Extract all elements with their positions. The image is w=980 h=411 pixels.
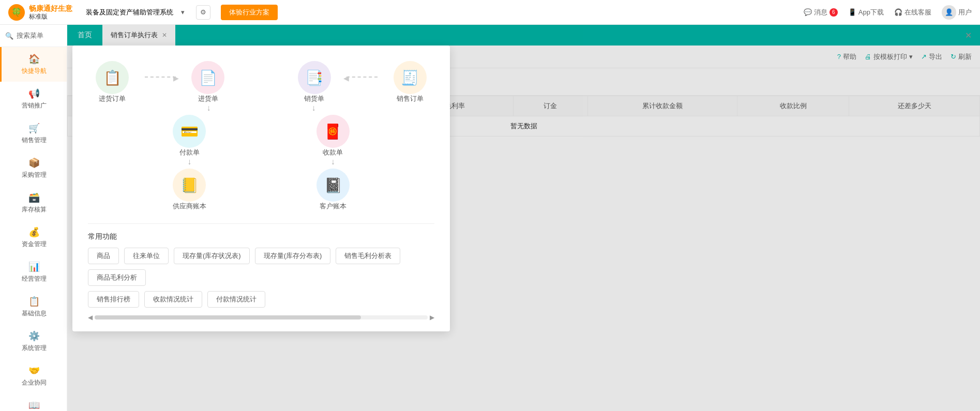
purchase-bill-label: 进货单	[198, 94, 218, 103]
inventory-icon: 🗃️	[28, 192, 40, 203]
sales-bill-label: 销货单	[304, 94, 324, 103]
flow-down-arrows-2: ↓ ↓	[88, 157, 434, 166]
sidebar-item-marketing[interactable]: 📢 营销推广	[0, 82, 67, 116]
cf-btn-payment-stats[interactable]: 付款情况统计	[207, 291, 265, 308]
sidebar-item-sales[interactable]: 🛒 销售管理	[0, 116, 67, 151]
logo-area: 🍀 畅康通好生意 标准版	[8, 4, 76, 21]
collab-icon: 🤝	[28, 365, 40, 376]
sidebar-item-guide[interactable]: 📖 新手引导	[0, 393, 67, 411]
receipt-bill-circle[interactable]: 🧧	[316, 115, 350, 148]
sidebar-item-purchase[interactable]: 📦 采购管理	[0, 151, 67, 186]
sales-order-circle[interactable]: 🧾	[394, 61, 427, 94]
sales-icon: 🛒	[28, 123, 40, 134]
logo-text: 畅康通好生意 标准版	[29, 4, 72, 21]
experience-btn[interactable]: 体验行业方案	[221, 5, 278, 20]
purchase-order-icon: 📋	[103, 69, 122, 86]
top-header: 🍀 畅康通好生意 标准版 装备及固定资产辅助管理系统 ▾ ⚙ 体验行业方案 💬 …	[0, 0, 980, 25]
modal-box: 📋 进货订单 ▶ 📄 进货单	[72, 45, 450, 331]
cf-buttons-row2: 销售排行榜 收款情况统计 付款情况统计	[88, 291, 434, 308]
cf-btn-stock-status[interactable]: 现存量(库存状况表)	[174, 248, 250, 264]
down-arrow-payment: ↓	[187, 157, 191, 166]
customer-account-icon: 📓	[324, 177, 342, 194]
message-icon: 💬	[804, 8, 812, 16]
node-payment-bill: 💳 付款单	[173, 115, 206, 157]
purchase-order-circle[interactable]: 📋	[96, 61, 129, 94]
node-sales-bill: 📑 销货单	[298, 61, 331, 103]
purchase-order-label: 进货订单	[99, 94, 126, 103]
cf-btn-goods[interactable]: 商品	[88, 248, 119, 264]
basic-info-icon: 📋	[28, 296, 40, 307]
purchase-bill-circle[interactable]: 📄	[191, 61, 224, 94]
purchase-bill-icon: 📄	[199, 69, 217, 86]
sales-bill-circle[interactable]: 📑	[298, 61, 331, 94]
sidebar-item-inventory[interactable]: 🗃️ 库存核算	[0, 186, 67, 220]
operations-icon: 📊	[28, 261, 40, 272]
app-icon: 📱	[848, 8, 856, 16]
arrow-so-to-sb: ◀	[346, 77, 378, 78]
supplier-account-circle[interactable]: 📒	[173, 169, 206, 202]
node-receipt-bill: 🧧 收款单	[316, 115, 350, 157]
cf-btn-receipt-stats[interactable]: 收款情况统计	[144, 291, 202, 308]
cf-btn-partners[interactable]: 往来单位	[124, 248, 169, 264]
flow-bottom-row: 📒 供应商账本 📓 客户账本	[88, 169, 434, 211]
scroll-right-btn[interactable]: ▶	[430, 314, 434, 321]
down-arrow-pb: ↓	[207, 103, 211, 113]
common-functions-title: 常用功能	[88, 232, 434, 241]
receipt-bill-label: 收款单	[323, 148, 343, 157]
flow-top-row: 📋 进货订单 ▶ 📄 进货单	[88, 61, 434, 103]
user-btn[interactable]: 👤 用户	[942, 5, 972, 20]
arrow-po-to-pb: ▶	[145, 77, 176, 78]
sales-order-label: 销售订单	[397, 94, 424, 103]
scrollbar-track[interactable]	[95, 315, 428, 319]
guide-icon: 📖	[28, 400, 40, 411]
sidebar-item-finance[interactable]: 💰 资金管理	[0, 220, 67, 255]
modal-scrollbar: ◀ ▶	[88, 314, 434, 321]
node-purchase-order: 📋 进货订单	[96, 61, 129, 103]
supplier-account-icon: 📒	[180, 177, 199, 194]
flow-mid-row: 💳 付款单 🧧 收款单	[88, 115, 434, 157]
node-purchase-bill: 📄 进货单	[191, 61, 224, 103]
customer-account-circle[interactable]: 📓	[316, 169, 350, 202]
scrollbar-thumb	[95, 315, 361, 319]
message-btn[interactable]: 💬 消息 6	[804, 8, 838, 17]
app-download-btn[interactable]: 📱 App下载	[848, 8, 884, 17]
sidebar-item-collab[interactable]: 🤝 企业协同	[0, 359, 67, 393]
sidebar-item-basic-info[interactable]: 📋 基础信息	[0, 290, 67, 324]
header-right: 💬 消息 6 📱 App下载 🎧 在线客服 👤 用户	[804, 5, 972, 20]
system-name: 装备及固定资产辅助管理系统	[86, 8, 173, 17]
node-sales-order: 🧾 销售订单	[394, 61, 427, 103]
down-arrow-receipt: ↓	[331, 157, 335, 166]
system-title: 装备及固定资产辅助管理系统 ▾ ⚙ 体验行业方案	[76, 5, 804, 20]
scroll-left-btn[interactable]: ◀	[88, 314, 93, 321]
receipt-bill-icon: 🧧	[324, 123, 342, 140]
cf-btn-sales-gross[interactable]: 销售毛利分析表	[336, 248, 400, 264]
sales-order-icon: 🧾	[401, 69, 419, 86]
sidebar-item-operations[interactable]: 📊 经营管理	[0, 255, 67, 290]
modal-overlay: 📋 进货订单 ▶ 📄 进货单	[67, 25, 980, 411]
sidebar-item-quick-nav[interactable]: 🏠 快捷导航	[0, 47, 67, 82]
down-arrow-sb: ↓	[311, 103, 315, 113]
logo-icon: 🍀	[8, 4, 25, 21]
service-icon: 🎧	[894, 8, 902, 16]
payment-bill-label: 付款单	[179, 148, 200, 157]
flow-diagram: 📋 进货订单 ▶ 📄 进货单	[88, 61, 434, 211]
common-functions: 常用功能 商品 往来单位 现存量(库存状况表) 现存量(库存分布表) 销售毛利分…	[88, 223, 434, 308]
customer-account-label: 客户账本	[320, 202, 346, 211]
online-service-btn[interactable]: 🎧 在线客服	[894, 8, 931, 17]
system-dropdown-btn[interactable]: ▾	[177, 7, 188, 18]
message-badge: 6	[830, 8, 838, 17]
sidebar: 🔍 搜索菜单 🏠 快捷导航 📢 营销推广 🛒 销售管理 📦 采购管理 🗃️ 库存…	[0, 25, 67, 411]
payment-bill-circle[interactable]: 💳	[173, 115, 206, 148]
node-supplier-account: 📒 供应商账本	[173, 169, 206, 211]
quick-nav-icon: 🏠	[28, 53, 40, 65]
cf-btn-stock-dist[interactable]: 现存量(库存分布表)	[255, 248, 331, 264]
cf-btn-sales-rank[interactable]: 销售排行榜	[88, 291, 139, 308]
settings-btn[interactable]: ⚙	[196, 5, 210, 20]
purchase-icon: 📦	[28, 157, 40, 169]
cf-buttons-row1: 商品 往来单位 现存量(库存状况表) 现存量(库存分布表) 销售毛利分析表 商品…	[88, 248, 434, 286]
cf-btn-goods-gross[interactable]: 商品毛利分析	[88, 269, 146, 286]
marketing-icon: 📢	[28, 88, 40, 99]
sidebar-item-system[interactable]: ⚙️ 系统管理	[0, 324, 67, 359]
search-menu-btn[interactable]: 🔍 搜索菜单	[0, 25, 67, 47]
search-icon: 🔍	[5, 32, 13, 40]
